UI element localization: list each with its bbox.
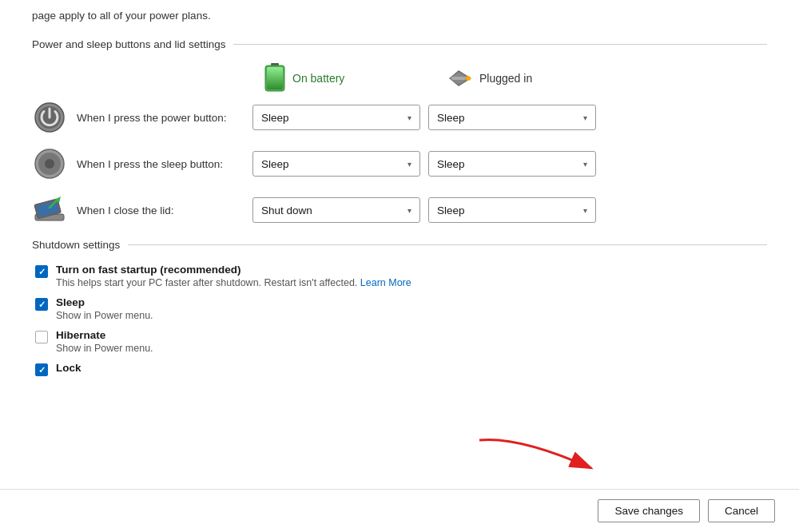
- lid-plugged-dropdown[interactable]: Sleep ▾: [428, 197, 596, 223]
- arrow-annotation: [471, 432, 615, 482]
- section2-title: Shutdown settings: [32, 239, 120, 251]
- lid-battery-arrow: ▾: [407, 206, 411, 215]
- main-content: page apply to all of your power plans. P…: [0, 0, 799, 376]
- sleep-button-battery-dropdown[interactable]: Sleep ▾: [252, 151, 420, 177]
- sleep-button-battery-value: Sleep: [261, 158, 289, 170]
- power-button-dropdowns: Sleep ▾ Sleep ▾: [252, 105, 596, 130]
- lid-plugged-value: Sleep: [437, 204, 465, 216]
- battery-icon: [264, 63, 286, 93]
- section1-title: Power and sleep buttons and lid settings: [32, 38, 225, 50]
- sleep-label: Sleep: [56, 296, 153, 308]
- lock-label: Lock: [56, 362, 81, 374]
- power-button-plugged-arrow: ▾: [583, 113, 587, 122]
- sleep-button-plugged-dropdown[interactable]: Sleep ▾: [428, 151, 596, 177]
- hibernate-checkbox[interactable]: [35, 331, 48, 343]
- learn-more-link[interactable]: Learn More: [360, 277, 411, 288]
- hibernate-sublabel: Show in Power menu.: [56, 343, 153, 354]
- sleep-button-plugged-value: Sleep: [437, 158, 465, 170]
- battery-column-header: On battery: [264, 63, 447, 93]
- footer-bar: Save changes Cancel: [0, 489, 799, 532]
- plugged-column-header: Plugged in: [447, 63, 631, 93]
- sleep-sublabel: Show in Power menu.: [56, 310, 153, 321]
- lid-icon-svg: [32, 195, 67, 225]
- plug-icon: [447, 69, 473, 88]
- fast-startup-checkbox[interactable]: [35, 265, 48, 278]
- lock-row: Lock: [32, 362, 767, 376]
- power-button-battery-dropdown[interactable]: Sleep ▾: [252, 105, 420, 130]
- sleep-button-icon: [32, 146, 67, 181]
- power-icon-svg: [34, 102, 65, 133]
- svg-point-7: [466, 76, 471, 81]
- power-button-icon: [32, 100, 67, 135]
- power-button-plugged-value: Sleep: [437, 112, 465, 124]
- power-button-plugged-dropdown[interactable]: Sleep ▾: [428, 105, 596, 130]
- svg-point-12: [45, 159, 54, 169]
- sleep-button-label: When I press the sleep button:: [77, 158, 252, 170]
- cancel-button[interactable]: Cancel: [708, 499, 775, 522]
- lid-dropdowns: Shut down ▾ Sleep ▾: [252, 197, 596, 223]
- battery-label: On battery: [292, 72, 344, 85]
- arrow-svg: [471, 432, 615, 480]
- lid-row: When I close the lid: Shut down ▾ Sleep …: [32, 193, 767, 228]
- hibernate-row: Hibernate Show in Power menu.: [32, 329, 767, 354]
- sleep-button-battery-arrow: ▾: [407, 160, 411, 169]
- shutdown-section: Shutdown settings Turn on fast startup (…: [32, 239, 767, 376]
- intro-text: page apply to all of your power plans.: [32, 8, 767, 24]
- lid-battery-dropdown[interactable]: Shut down ▾: [252, 197, 420, 223]
- lock-checkbox[interactable]: [35, 363, 48, 376]
- lid-icon-container: [32, 193, 67, 228]
- power-button-label: When I press the power button:: [77, 112, 252, 124]
- section1-header: Power and sleep buttons and lid settings: [32, 38, 767, 50]
- power-button-row: When I press the power button: Sleep ▾ S…: [32, 100, 767, 135]
- sleep-button-dropdowns: Sleep ▾ Sleep ▾: [252, 151, 596, 177]
- fast-startup-sublabel: This helps start your PC faster after sh…: [56, 277, 411, 288]
- fast-startup-row: Turn on fast startup (recommended) This …: [32, 264, 767, 288]
- fast-startup-label-group: Turn on fast startup (recommended) This …: [56, 264, 411, 288]
- lid-label: When I close the lid:: [77, 204, 252, 216]
- section1-divider: [233, 44, 767, 45]
- power-button-battery-arrow: ▾: [407, 113, 411, 122]
- sleep-row: Sleep Show in Power menu.: [32, 296, 767, 321]
- sleep-icon-svg: [34, 149, 65, 179]
- sleep-label-group: Sleep Show in Power menu.: [56, 296, 153, 321]
- hibernate-label-group: Hibernate Show in Power menu.: [56, 329, 153, 354]
- sleep-button-row: When I press the sleep button: Sleep ▾ S…: [32, 146, 767, 181]
- lock-label-group: Lock: [56, 362, 81, 374]
- sleep-button-plugged-arrow: ▾: [583, 160, 587, 169]
- lid-battery-value: Shut down: [261, 204, 312, 216]
- sleep-checkbox[interactable]: [35, 298, 48, 311]
- plugged-label: Plugged in: [479, 72, 532, 85]
- svg-rect-6: [451, 77, 466, 80]
- svg-rect-3: [267, 67, 283, 89]
- column-headers: On battery Plugged in: [264, 63, 767, 93]
- section2-divider: [128, 244, 767, 245]
- lid-plugged-arrow: ▾: [583, 206, 587, 215]
- section2-header: Shutdown settings: [32, 239, 767, 251]
- fast-startup-label: Turn on fast startup (recommended): [56, 264, 411, 276]
- power-button-battery-value: Sleep: [261, 112, 289, 124]
- save-changes-button[interactable]: Save changes: [598, 499, 700, 522]
- hibernate-label: Hibernate: [56, 329, 153, 341]
